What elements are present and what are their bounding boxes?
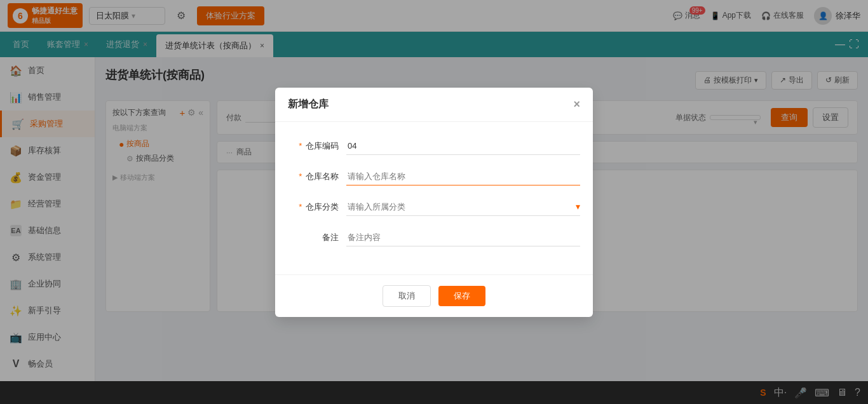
form-row-category: * 仓库分类 ▾: [288, 198, 580, 216]
category-dropdown-icon[interactable]: ▾: [576, 201, 580, 212]
modal-close-btn[interactable]: ×: [573, 98, 580, 111]
warehouse-code-input[interactable]: [346, 137, 580, 155]
warehouse-name-input[interactable]: [346, 168, 580, 185]
form-label-category: * 仓库分类: [288, 201, 339, 213]
modal-body: * 仓库编码 * 仓库名称 * 仓库分类: [275, 122, 593, 274]
modal-new-warehouse: 新增仓库 × * 仓库编码 * 仓库名称: [275, 88, 593, 317]
warehouse-remark-input[interactable]: [346, 229, 580, 246]
required-star-category: *: [299, 202, 302, 212]
form-row-name: * 仓库名称: [288, 168, 580, 185]
required-star-code: *: [299, 141, 302, 151]
form-label-name: * 仓库名称: [288, 171, 339, 182]
form-row-remark: 备注: [288, 229, 580, 246]
warehouse-category-select[interactable]: [346, 198, 576, 215]
cancel-btn[interactable]: 取消: [383, 285, 431, 307]
form-label-code: * 仓库编码: [288, 140, 339, 152]
required-star-name: *: [299, 172, 302, 181]
modal-overlay: 新增仓库 × * 仓库编码 * 仓库名称: [0, 0, 868, 404]
form-label-remark: 备注: [288, 232, 339, 243]
category-select-wrapper: ▾: [346, 198, 580, 216]
modal-footer: 取消 保存: [275, 274, 593, 317]
save-btn[interactable]: 保存: [438, 286, 485, 306]
form-row-code: * 仓库编码: [288, 137, 580, 155]
modal-title: 新增仓库: [288, 98, 329, 111]
modal-header: 新增仓库 ×: [275, 88, 593, 122]
